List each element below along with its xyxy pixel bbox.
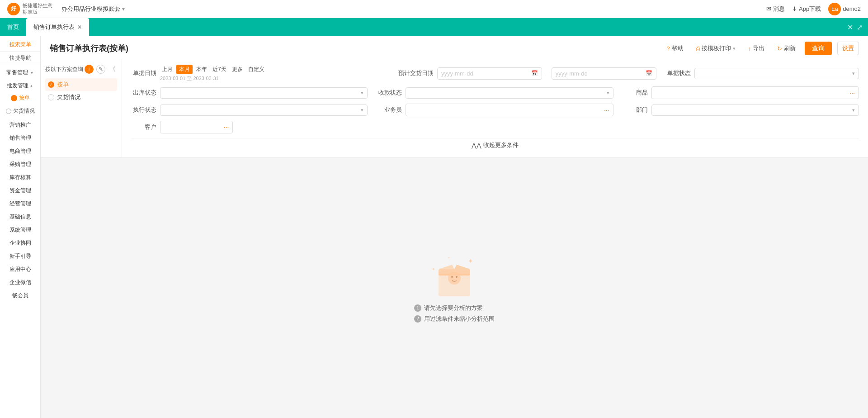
sidebar-item-enterprise[interactable]: 企业协同 [0, 236, 40, 249]
collapse-icon: ⋀⋀ [472, 142, 481, 149]
calendar-to-icon: 📅 [646, 70, 652, 76]
refresh-button[interactable]: ↻ 刷新 [774, 43, 799, 54]
scheme-item-press-order[interactable]: ✓ 按单 [45, 78, 117, 91]
press-order-dot [11, 95, 17, 101]
message-icon: ✉ [766, 5, 771, 12]
out-status-select[interactable] [160, 87, 368, 99]
svg-point-7 [456, 276, 458, 278]
window-close-icon[interactable]: ✕ [847, 23, 853, 32]
refresh-icon: ↻ [777, 45, 782, 52]
exec-status-select[interactable] [160, 104, 368, 116]
empty-svg: ✦ ✦ ✦ [427, 253, 481, 299]
date-label: 单据日期 [131, 69, 156, 77]
sidebar-item-operations[interactable]: 经营管理 [0, 196, 40, 209]
collapse-filters-button[interactable]: ⋀⋀ 收起更多条件 [131, 138, 859, 152]
breadcrumb: 办公用品行业模拟账套 ▾ [61, 5, 125, 13]
sidebar-item-purchase[interactable]: 采购管理 [0, 157, 40, 170]
out-status-label: 出库状态 [131, 89, 156, 97]
print-arrow-icon: ▾ [733, 46, 736, 52]
customer-input[interactable]: ··· [160, 121, 233, 133]
scheme-inactive-dot [48, 94, 54, 100]
sidebar-item-member[interactable]: 畅会员 [0, 288, 40, 301]
breadcrumb-text: 办公用品行业模拟账套 [61, 5, 120, 13]
goods-dots[interactable]: ··· [849, 89, 855, 96]
sidebar-item-sales[interactable]: 销售管理 [0, 131, 40, 144]
sidebar-item-appstore[interactable]: 应用中心 [0, 262, 40, 275]
scheme-header-icons: + ✎ 《 [85, 65, 117, 74]
sidebar-item-wholesale[interactable]: 批发管理 [0, 78, 40, 91]
expected-date-from[interactable]: yyyy-mm-dd 📅 [437, 67, 542, 80]
settings-button[interactable]: 设置 [837, 42, 859, 55]
order-status-select[interactable] [694, 68, 859, 79]
sidebar-item-marketing[interactable]: 营销推广 [0, 118, 40, 131]
app-download-button[interactable]: ⬇ App下载 [792, 5, 821, 13]
sidebar-search[interactable]: 搜索菜单 [0, 36, 40, 52]
sidebar-sub-press-order[interactable]: 按单 [0, 91, 40, 104]
scheme-title: 按以下方案查询 [45, 66, 83, 73]
sidebar-item-system[interactable]: 系统管理 [0, 223, 40, 236]
sidebar-sub-owed[interactable]: 欠货情况 [0, 104, 40, 118]
svg-text:✦: ✦ [468, 257, 473, 265]
this-year-btn[interactable]: 本年 [194, 65, 209, 74]
sidebar-item-newbie[interactable]: 新手引导 [0, 249, 40, 262]
filter-row-3: 执行状态 业务员 ··· [131, 104, 859, 116]
scheme-item-owed[interactable]: 欠货情况 [45, 91, 117, 104]
scheme-add-button[interactable]: + [85, 65, 94, 74]
goods-input[interactable]: ··· [651, 86, 859, 99]
svg-point-5 [448, 272, 461, 285]
template-print-button[interactable]: ⎙ 按模板打印 ▾ [693, 43, 739, 54]
breadcrumb-arrow[interactable]: ▾ [122, 6, 125, 12]
salesman-dots[interactable]: ··· [604, 106, 609, 114]
edit-icon: ✎ [99, 66, 103, 72]
header-left: 好 畅捷通好生意 标准版 办公用品行业模拟账套 ▾ [7, 3, 125, 15]
collect-status-select[interactable] [406, 87, 613, 99]
this-month-btn[interactable]: 本月 [176, 65, 193, 74]
dept-select[interactable] [651, 104, 859, 116]
messages-button[interactable]: ✉ 消息 [766, 5, 785, 13]
scheme-edit-button[interactable]: ✎ [96, 65, 105, 74]
export-button[interactable]: ↑ 导出 [745, 43, 769, 54]
more-btn[interactable]: 更多 [230, 65, 245, 74]
query-button[interactable]: 查询 [805, 42, 832, 55]
tab-home[interactable]: 首页 [0, 18, 26, 36]
print-icon: ⎙ [696, 45, 700, 52]
window-maximize-icon[interactable]: ⤢ [857, 23, 863, 32]
sidebar-item-ecommerce[interactable]: 电商管理 [0, 144, 40, 157]
page-title: 销售订单执行表(按单) [50, 43, 128, 54]
date-quick-filters: 上月 本月 本年 近7天 更多 自定义 [160, 65, 389, 74]
order-status-arrow [852, 71, 855, 76]
sidebar-item-finance[interactable]: 资金管理 [0, 183, 40, 196]
sidebar-item-retail[interactable]: 零售管理 [0, 65, 40, 78]
help-button[interactable]: ? 帮助 [663, 43, 687, 54]
prev-month-btn[interactable]: 上月 [160, 65, 175, 74]
empty-illustration: ✦ ✦ ✦ [427, 253, 481, 299]
expected-date-label: 预计交货日期 [398, 69, 434, 77]
scheme-collapse-button[interactable]: 《 [108, 65, 117, 74]
dept-label: 部门 [623, 106, 648, 114]
custom-btn[interactable]: 自定义 [246, 65, 266, 74]
filter-row-1: 单据日期 上月 本月 本年 近7天 更多 自定义 20 [131, 65, 859, 82]
hint-num-2: 2 [414, 315, 421, 323]
last7-btn[interactable]: 近7天 [211, 65, 228, 74]
sidebar-quick-nav[interactable]: 快捷导航 [0, 52, 40, 65]
logo-area: 好 畅捷通好生意 标准版 [7, 3, 52, 15]
export-icon: ↑ [748, 45, 751, 52]
date-range-display: 2023-03-01 至 2023-03-31 [160, 75, 389, 82]
tab-sales-order[interactable]: 销售订单执行表 ✕ [26, 18, 89, 36]
user-avatar-area[interactable]: Ea demo2 [828, 3, 861, 15]
salesman-input[interactable]: ··· [406, 104, 613, 116]
filter-layout: 按以下方案查询 + ✎ 《 [41, 59, 868, 157]
customer-dots[interactable]: ··· [224, 124, 229, 131]
svg-text:✦: ✦ [448, 256, 450, 259]
expected-date-to[interactable]: yyyy-mm-dd 📅 [552, 67, 656, 80]
sidebar-item-basic[interactable]: 基础信息 [0, 209, 40, 223]
tab-bar: 首页 销售订单执行表 ✕ ✕ ⤢ [0, 18, 868, 36]
collect-status-label: 收款状态 [377, 89, 402, 97]
sidebar-item-wechat[interactable]: 企业微信 [0, 275, 40, 288]
filter-field-expected-date: 预计交货日期 yyyy-mm-dd 📅 — yyyy-mm-dd 📅 [398, 67, 656, 80]
tab-close-icon[interactable]: ✕ [77, 24, 82, 30]
filter-row-4: 客户 ··· [131, 121, 859, 133]
svg-text:✦: ✦ [432, 267, 435, 271]
scheme-panel: 按以下方案查询 + ✎ 《 [41, 59, 122, 157]
sidebar-item-inventory[interactable]: 库存核算 [0, 170, 40, 183]
